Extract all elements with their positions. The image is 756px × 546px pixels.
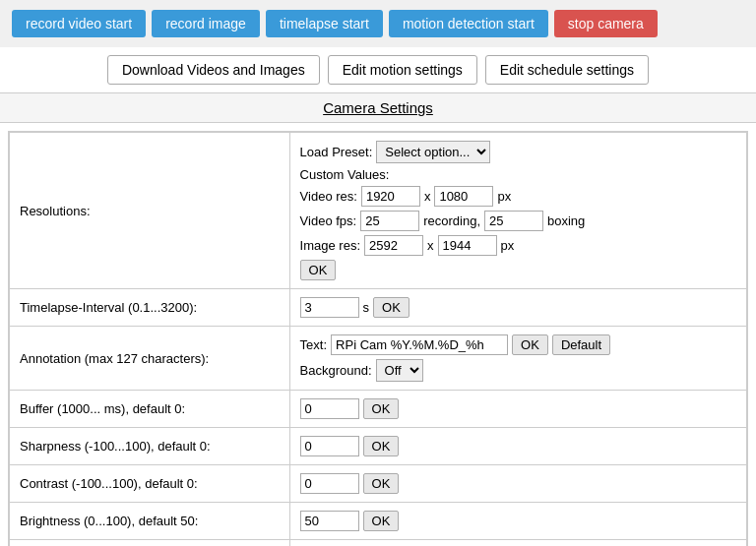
annotation-label: Annotation (max 127 characters): (10, 327, 290, 391)
resolutions-row: Resolutions: Load Preset: Select option.… (10, 133, 747, 289)
x-label-2: x (427, 238, 434, 253)
sharpness-value: OK (289, 428, 746, 465)
brightness-row: Brightness (0...100), default 50: OK (10, 503, 747, 540)
settings-container: Resolutions: Load Preset: Select option.… (8, 131, 748, 546)
record-image-button[interactable]: record image (152, 10, 260, 37)
buffer-input[interactable] (300, 398, 359, 419)
px-label-1: px (497, 189, 511, 204)
resolutions-value: Load Preset: Select option... Custom Val… (289, 133, 746, 289)
brightness-ok-button[interactable]: OK (363, 511, 400, 531)
timelapse-input[interactable] (300, 297, 359, 318)
edit-motion-button[interactable]: Edit motion settings (328, 55, 477, 85)
saturation-value: OK (289, 540, 746, 547)
contrast-value: OK (289, 465, 746, 503)
brightness-label: Brightness (0...100), default 50: (10, 503, 290, 540)
timelapse-row: Timelapse-Interval (0.1...3200): s OK (10, 289, 747, 327)
settings-table: Resolutions: Load Preset: Select option.… (9, 132, 747, 546)
resolutions-label: Resolutions: (10, 133, 290, 289)
annotation-text-input[interactable] (331, 334, 508, 355)
contrast-label: Contrast (-100...100), default 0: (10, 465, 290, 503)
x-label-1: x (424, 189, 431, 204)
image-res-width-input[interactable] (364, 235, 423, 256)
video-fps-boxing-input[interactable] (484, 211, 543, 231)
timelapse-value: s OK (289, 289, 746, 327)
px-label-2: px (501, 238, 515, 253)
edit-schedule-button[interactable]: Edit schedule settings (485, 55, 649, 85)
recording-label: recording, (423, 213, 480, 228)
saturation-label: Saturation (-100...100), default 0: (10, 540, 290, 547)
custom-values-label: Custom Values: (300, 167, 390, 182)
sharpness-label: Sharpness (-100...100), default 0: (10, 428, 290, 465)
image-res-label: Image res: (300, 238, 360, 253)
contrast-row: Contrast (-100...100), default 0: OK (10, 465, 747, 503)
secondary-button-bar: Download Videos and Images Edit motion s… (0, 47, 756, 92)
camera-settings-title: Camera Settings (0, 92, 756, 123)
timelapse-label: Timelapse-Interval (0.1...3200): (10, 289, 290, 327)
brightness-value: OK (289, 503, 746, 540)
record-video-start-button[interactable]: record video start (12, 10, 146, 37)
sharpness-ok-button[interactable]: OK (363, 436, 400, 456)
stop-camera-button[interactable]: stop camera (554, 10, 658, 37)
brightness-input[interactable] (300, 511, 359, 531)
annotation-text-label: Text: (300, 337, 327, 352)
annotation-row: Annotation (max 127 characters): Text: O… (10, 327, 747, 391)
image-res-height-input[interactable] (438, 235, 497, 256)
sharpness-row: Sharpness (-100...100), default 0: OK (10, 428, 747, 465)
load-preset-label: Load Preset: (300, 145, 373, 159)
timelapse-ok-button[interactable]: OK (373, 297, 410, 318)
video-res-label: Video res: (300, 189, 357, 204)
buffer-value: OK (289, 391, 746, 428)
contrast-ok-button[interactable]: OK (363, 473, 400, 494)
video-fps-input[interactable] (360, 211, 419, 231)
saturation-row: Saturation (-100...100), default 0: OK (10, 540, 747, 547)
annotation-ok-button[interactable]: OK (512, 334, 548, 355)
annotation-background-label: Background: (300, 363, 372, 378)
boxing-label: boxing (547, 213, 585, 228)
video-fps-label: Video fps: (300, 213, 357, 228)
annotation-background-select[interactable]: Off (376, 359, 423, 382)
contrast-input[interactable] (300, 473, 359, 494)
video-res-width-input[interactable] (361, 186, 420, 207)
annotation-value: Text: OK Default Background: Off (289, 327, 746, 391)
annotation-default-button[interactable]: Default (552, 334, 610, 355)
video-res-height-input[interactable] (434, 186, 493, 207)
resolutions-ok-button[interactable]: OK (300, 260, 337, 280)
motion-detection-start-button[interactable]: motion detection start (389, 10, 548, 37)
buffer-row: Buffer (1000... ms), default 0: OK (10, 391, 747, 428)
top-button-bar: record video start record image timelaps… (0, 0, 756, 47)
load-preset-select[interactable]: Select option... (376, 141, 490, 163)
buffer-ok-button[interactable]: OK (363, 398, 400, 419)
download-videos-button[interactable]: Download Videos and Images (107, 55, 320, 85)
buffer-label: Buffer (1000... ms), default 0: (10, 391, 290, 428)
sharpness-input[interactable] (300, 436, 359, 456)
timelapse-start-button[interactable]: timelapse start (266, 10, 383, 37)
timelapse-s-label: s (363, 300, 370, 315)
